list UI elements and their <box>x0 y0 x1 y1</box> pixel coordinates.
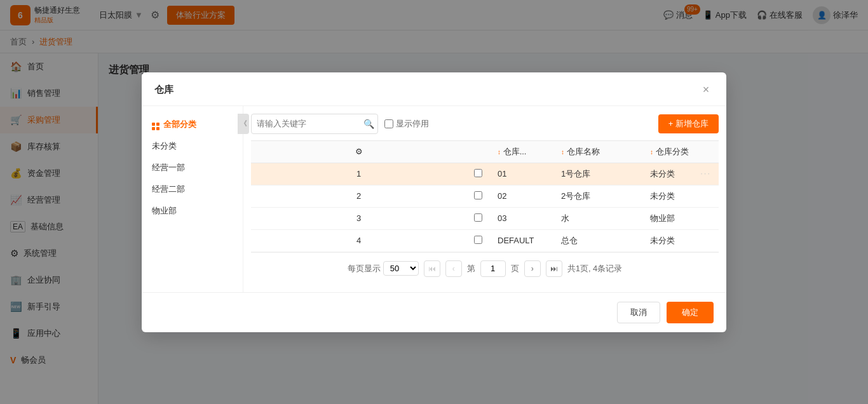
table-body: 1 01 1号仓库 未分类··· 2 02 2号仓库 未分类 3 03 水 物业… <box>251 163 719 252</box>
td-no: 2 <box>251 185 466 207</box>
td-category: 未分类 <box>642 185 719 207</box>
td-name: 1号仓库 <box>553 163 642 185</box>
page-number-input[interactable] <box>480 260 506 277</box>
td-category: 未分类··· <box>642 163 719 185</box>
sort-icon-name: ↕ <box>561 149 564 156</box>
row-action-btn[interactable]: ··· <box>700 168 711 178</box>
th-checkbox <box>466 140 490 163</box>
td-checkbox[interactable] <box>466 163 490 185</box>
table-area: 🔍 显示停用 + 新增仓库 ⚙ <box>243 106 726 292</box>
th-name[interactable]: ↕ 仓库名称 <box>553 140 642 163</box>
page-first-btn[interactable]: ⏮ <box>424 260 440 277</box>
grid-icon <box>152 119 159 130</box>
dialog-footer: 取消 确定 <box>142 292 726 332</box>
dialog-overlay: 仓库 × 《 全部分类 未分类 经营一部 <box>0 0 868 404</box>
page-prev-btn[interactable]: ‹ <box>445 260 462 277</box>
sort-icon-code: ↕ <box>498 149 501 156</box>
table-toolbar: 🔍 显示停用 + 新增仓库 <box>251 114 719 134</box>
page-next-btn[interactable]: › <box>524 260 541 277</box>
table-row[interactable]: 4 DEFAULT 总仓 未分类 <box>251 229 719 252</box>
warehouse-table: ⚙ ↕ 仓库... ↕ 仓库名称 <box>251 140 719 252</box>
cat-item-uncat[interactable]: 未分类 <box>142 135 243 157</box>
cat-item-op1[interactable]: 经营一部 <box>142 157 243 178</box>
table-row[interactable]: 2 02 2号仓库 未分类 <box>251 185 719 207</box>
cancel-btn[interactable]: 取消 <box>617 302 660 323</box>
sidebar-collapse-btn[interactable]: 《 <box>238 114 249 134</box>
page-last-btn[interactable]: ⏭ <box>546 260 562 277</box>
table-row[interactable]: 1 01 1号仓库 未分类··· <box>251 163 719 185</box>
td-no: 1 <box>251 163 466 185</box>
dialog-body: 《 全部分类 未分类 经营一部 经营二部 物业部 <box>142 106 726 292</box>
table-row[interactable]: 3 03 水 物业部 <box>251 207 719 229</box>
td-name: 总仓 <box>553 229 642 252</box>
dialog-title: 仓库 <box>154 84 173 96</box>
td-code: 02 <box>490 185 553 207</box>
td-code: DEFAULT <box>490 229 553 252</box>
table-scroll: ⚙ ↕ 仓库... ↕ 仓库名称 <box>251 140 719 252</box>
warehouse-dialog: 仓库 × 《 全部分类 未分类 经营一部 <box>142 72 726 332</box>
new-warehouse-btn[interactable]: + 新增仓库 <box>658 114 719 133</box>
cat-item-all[interactable]: 全部分类 <box>142 114 243 135</box>
sort-icon-category: ↕ <box>650 149 653 156</box>
page-size-section: 每页显示 20 50 100 <box>348 261 419 276</box>
confirm-btn[interactable]: 确定 <box>667 302 714 323</box>
td-no: 3 <box>251 207 466 229</box>
td-code: 01 <box>490 163 553 185</box>
td-checkbox[interactable] <box>466 229 490 252</box>
search-wrap: 🔍 <box>251 114 378 134</box>
th-settings[interactable]: ⚙ <box>251 140 466 163</box>
show-disabled-label[interactable]: 显示停用 <box>384 118 429 130</box>
category-sidebar: 《 全部分类 未分类 经营一部 经营二部 物业部 <box>142 106 243 292</box>
td-checkbox[interactable] <box>466 207 490 229</box>
dialog-close-btn[interactable]: × <box>698 83 714 98</box>
table-header-row: ⚙ ↕ 仓库... ↕ 仓库名称 <box>251 140 719 163</box>
show-disabled-checkbox[interactable] <box>384 119 393 128</box>
td-name: 2号仓库 <box>553 185 642 207</box>
page-size-select[interactable]: 20 50 100 <box>383 261 419 276</box>
th-code[interactable]: ↕ 仓库... <box>490 140 553 163</box>
td-code: 03 <box>490 207 553 229</box>
td-category: 物业部 <box>642 207 719 229</box>
dialog-header: 仓库 × <box>142 72 726 106</box>
search-input[interactable] <box>257 119 363 128</box>
cat-item-op2[interactable]: 经营二部 <box>142 178 243 200</box>
search-icon: 🔍 <box>363 119 374 129</box>
td-category: 未分类 <box>642 229 719 252</box>
th-category[interactable]: ↕ 仓库分类 <box>642 140 719 163</box>
pagination: 每页显示 20 50 100 ⏮ ‹ 第 页 › ⏭ 共1页, 4条记录 <box>251 252 719 285</box>
td-name: 水 <box>553 207 642 229</box>
td-checkbox[interactable] <box>466 185 490 207</box>
cat-item-property[interactable]: 物业部 <box>142 200 243 222</box>
td-no: 4 <box>251 229 466 252</box>
page-total-info: 共1页, 4条记录 <box>567 263 623 274</box>
